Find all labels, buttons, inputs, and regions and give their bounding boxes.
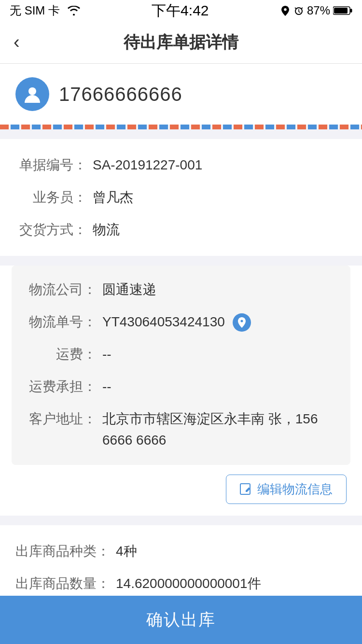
product-count-value: 14.620000000000001件	[116, 573, 347, 595]
dashed-divider	[0, 125, 362, 129]
location-active-icon	[280, 5, 291, 16]
gray-separator	[0, 516, 362, 525]
battery-text: 87%	[307, 4, 330, 17]
delivery-label: 交货方式：	[15, 219, 93, 241]
battery-icon	[333, 6, 352, 15]
edit-btn-label: 编辑物流信息	[257, 481, 333, 498]
alarm-icon	[293, 5, 304, 16]
user-header: 17666666666	[0, 64, 362, 125]
product-types-value: 4种	[116, 541, 347, 562]
product-count-row: 出库商品数量： 14.620000000000001件	[15, 573, 347, 595]
address-row: 客户地址： 北京市市辖区海淀区永丰南 张，156 6666 6666	[25, 408, 337, 452]
freight-row: 运费： --	[25, 344, 337, 365]
delivery-value: 物流	[93, 219, 347, 241]
map-pin-icon[interactable]	[233, 313, 251, 332]
back-button[interactable]: ‹	[14, 32, 20, 53]
status-left: 无 SIM 卡	[10, 3, 81, 18]
page-title: 待出库单据详情	[124, 31, 238, 54]
freight-bear-value: --	[102, 376, 337, 398]
svg-rect-3	[334, 8, 348, 14]
wifi-icon	[67, 6, 81, 15]
user-phone: 17666666666	[59, 84, 182, 105]
person-icon	[22, 84, 43, 105]
salesman-value: 曾凡杰	[93, 187, 347, 209]
company-value: 圆通速递	[102, 279, 337, 301]
freight-label: 运费：	[25, 344, 102, 365]
edit-logistics-button[interactable]: 编辑物流信息	[226, 475, 347, 504]
company-row: 物流公司： 圆通速递	[25, 279, 337, 301]
svg-rect-2	[350, 9, 352, 13]
sim-text: 无 SIM 卡	[10, 3, 63, 18]
salesman-label: 业务员：	[15, 187, 93, 209]
salesman-row: 业务员： 曾凡杰	[15, 187, 347, 209]
order-no-value: SA-20191227-001	[93, 154, 347, 176]
delivery-row: 交货方式： 物流	[15, 219, 347, 241]
order-no-row: 单据编号： SA-20191227-001	[15, 154, 347, 176]
tracking-no-row: YT43064053424130	[102, 311, 251, 333]
edit-icon	[240, 483, 252, 496]
company-label: 物流公司：	[25, 279, 102, 301]
freight-value: --	[102, 344, 337, 365]
tracking-no-value: YT43064053424130	[102, 311, 225, 333]
order-no-label: 单据编号：	[15, 154, 93, 176]
nav-bar: ‹ 待出库单据详情	[0, 21, 362, 64]
freight-bear-label: 运费承担：	[25, 376, 102, 398]
product-types-row: 出库商品种类： 4种	[15, 541, 347, 562]
status-time: 下午4:42	[152, 1, 209, 21]
logistics-card: 物流公司： 圆通速递 物流单号： YT43064053424130 运费： --…	[12, 266, 350, 465]
edit-btn-row: 编辑物流信息	[0, 465, 362, 516]
product-types-label: 出库商品种类：	[15, 541, 116, 562]
address-value: 北京市市辖区海淀区永丰南 张，156 6666 6666	[102, 408, 337, 452]
freight-bear-row: 运费承担： --	[25, 376, 337, 398]
product-count-label: 出库商品数量：	[15, 573, 116, 595]
svg-point-4	[28, 87, 36, 95]
status-right: 87%	[280, 4, 352, 17]
address-label: 客户地址：	[25, 408, 102, 430]
base-info-section: 单据编号： SA-20191227-001 业务员： 曾凡杰 交货方式： 物流	[0, 139, 362, 256]
tracking-label: 物流单号：	[25, 311, 102, 333]
status-bar: 无 SIM 卡 ﻿ 下午4:42 87%	[0, 0, 362, 21]
tracking-row: 物流单号： YT43064053424130	[25, 311, 337, 333]
avatar	[15, 77, 49, 111]
confirm-btn-bar[interactable]: 确认出库	[0, 596, 362, 644]
confirm-btn-text: 确认出库	[146, 609, 216, 631]
